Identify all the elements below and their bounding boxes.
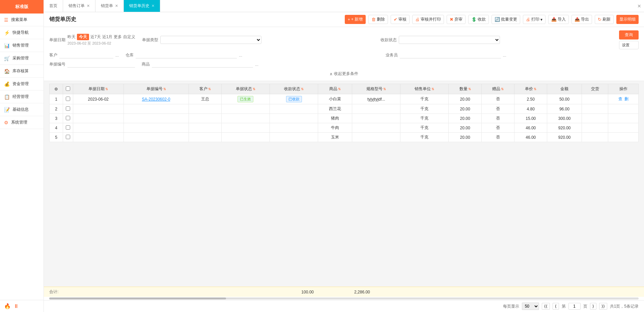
review-button[interactable]: ✔ 审核: [391, 15, 410, 24]
payment-status-sort[interactable]: 收款状态 ⇅: [273, 86, 315, 92]
customer-input[interactable]: [59, 52, 113, 58]
row-checkbox[interactable]: [66, 135, 70, 139]
sales-unit-sort[interactable]: 销售单位 ⇅: [403, 86, 446, 92]
row-actions-cell[interactable]: [608, 133, 639, 142]
date-shortcut-1month[interactable]: 近1月: [102, 34, 113, 40]
sidebar-item-inventory-calc[interactable]: 🏠 库存核算: [0, 65, 44, 78]
row-spec-cell: tyjyjtyjdf...: [352, 94, 400, 104]
row-unit-price-cell: 46.00: [514, 123, 547, 133]
sidebar-item-system-mgmt[interactable]: ⚙ 系统管理: [0, 116, 44, 129]
sidebar-item-quick-nav[interactable]: ⚡ 快捷导航: [0, 26, 44, 39]
prev-page-button[interactable]: ⟨: [553, 303, 559, 310]
row-doc-date-cell: [73, 133, 124, 142]
refresh-button[interactable]: ↻ 刷新: [595, 15, 614, 24]
delete-button[interactable]: 🗑 删除: [368, 15, 388, 24]
refresh-icon: ↻: [598, 17, 601, 22]
doc-type-select[interactable]: [160, 36, 261, 44]
abandon-button[interactable]: ✖ 弃审: [447, 15, 466, 24]
sidebar-item-finance-mgmt[interactable]: 💰 资金管理: [0, 78, 44, 90]
row-checkbox-cell[interactable]: [63, 123, 73, 133]
date-shortcut-custom[interactable]: 自定义: [123, 34, 135, 40]
qty-sort[interactable]: 数量 ⇅: [451, 86, 478, 92]
sidebar-item-basic-info[interactable]: 📝 基础信息: [0, 103, 44, 116]
sidebar-item-sales-mgmt[interactable]: 📊 销售管理: [0, 39, 44, 52]
row-doc-no-cell[interactable]: SA-20230602-0: [123, 94, 189, 104]
review-print-button[interactable]: 🖨 审核并打印: [412, 15, 444, 24]
tab-home[interactable]: 首页: [44, 0, 63, 12]
doc-no-sort-icon: ⇅: [163, 87, 166, 91]
warehouse-ellipsis[interactable]: ...: [239, 53, 242, 58]
row-doc-status-cell: [221, 133, 270, 142]
doc-date-sort[interactable]: 单据日期 ⇅: [76, 86, 121, 92]
row-checkbox-cell[interactable]: [63, 94, 73, 104]
next-page-button[interactable]: ⟩: [590, 303, 596, 310]
date-shortcut-today[interactable]: 今天: [77, 34, 89, 40]
customer-sort[interactable]: 客户 ⇅: [192, 86, 219, 92]
staff-ellipsis[interactable]: ...: [503, 53, 506, 58]
row-actions-cell[interactable]: [608, 114, 639, 123]
date-shortcut-more[interactable]: 更多: [114, 34, 122, 40]
import-button[interactable]: 📥 导入: [548, 15, 569, 24]
row-checkbox[interactable]: [66, 116, 70, 120]
tab-close-all[interactable]: ✕: [637, 3, 644, 9]
sidebar-item-search-menu[interactable]: ☰ 搜索菜单: [0, 14, 44, 26]
doc-no-input[interactable]: [67, 61, 135, 68]
export-button[interactable]: 📤 导出: [571, 15, 592, 24]
settings-button[interactable]: 设置: [619, 41, 639, 49]
goods-sort[interactable]: 商品 ⇅: [321, 86, 349, 92]
warehouse-input[interactable]: [136, 52, 237, 58]
row-checkbox[interactable]: [66, 125, 70, 130]
goods-input[interactable]: [152, 61, 253, 68]
row-checkbox-cell[interactable]: [63, 133, 73, 142]
export-icon: 📤: [575, 17, 580, 22]
scrollbar-thumb[interactable]: [49, 297, 226, 300]
per-page-select[interactable]: 50 10 20 100: [522, 303, 539, 310]
first-page-button[interactable]: ⟨⟨: [542, 303, 550, 310]
payment-status-select[interactable]: [399, 36, 500, 44]
row-checkbox-cell[interactable]: [63, 114, 73, 123]
action-btn-删[interactable]: 删: [624, 96, 628, 102]
customer-ellipsis[interactable]: ...: [115, 53, 119, 58]
row-actions-cell[interactable]: [608, 104, 639, 114]
page-unit: 页: [583, 304, 587, 309]
sidebar-item-purchase-mgmt[interactable]: 🛒 采购管理: [0, 52, 44, 65]
row-checkbox[interactable]: [66, 97, 70, 101]
gift-sort[interactable]: 赠品 ⇅: [484, 86, 511, 92]
row-checkbox[interactable]: [66, 106, 70, 111]
horizontal-scrollbar[interactable]: [49, 297, 639, 300]
doc-no-link[interactable]: SA-20230602-0: [142, 97, 170, 102]
query-button[interactable]: 查询: [619, 30, 639, 40]
last-page-button[interactable]: ⟩⟩: [599, 303, 607, 310]
row-checkbox-cell[interactable]: [63, 104, 73, 114]
spec-sort[interactable]: 规格型号 ⇅: [355, 86, 397, 92]
date-shortcut-yesterday[interactable]: 昨天: [67, 34, 76, 40]
receive-button[interactable]: 💲 收款: [468, 15, 489, 24]
print-button[interactable]: 🖨 打印 ▾: [523, 15, 545, 24]
query-label: 查询: [625, 32, 633, 38]
add-button[interactable]: + + 新增: [345, 15, 366, 24]
batch-change-button[interactable]: 🔄 批量变更: [492, 15, 520, 24]
select-all-checkbox[interactable]: [66, 86, 70, 91]
action-btn-查[interactable]: 查: [618, 96, 622, 102]
goods-ellipsis[interactable]: ...: [255, 62, 258, 67]
unit-price-sort[interactable]: 单价 ⇅: [517, 86, 544, 92]
row-actions-cell[interactable]: 查删: [608, 94, 639, 104]
col-settings[interactable]: ⚙: [50, 84, 63, 94]
doc-no-sort[interactable]: 单据编号 ⇅: [127, 86, 186, 92]
tab-sales-goods-close[interactable]: ✕: [115, 4, 118, 8]
tab-sales-order-close[interactable]: ✕: [87, 4, 90, 8]
date-shortcut-7days[interactable]: 近7天: [90, 34, 101, 40]
sidebar-item-operations-mgmt[interactable]: 📋 经营管理: [0, 90, 44, 103]
show-detail-button[interactable]: 显示明细: [616, 15, 639, 24]
tab-sales-goods[interactable]: 销货单 ✕: [95, 0, 124, 12]
page-number-input[interactable]: [568, 303, 581, 310]
tab-sales-history-close[interactable]: ✕: [151, 4, 155, 8]
staff-input[interactable]: [400, 52, 501, 58]
pause-icon[interactable]: ⏸: [13, 303, 19, 309]
tab-sales-history[interactable]: 销货单历史 ✕: [124, 0, 160, 12]
row-actions-cell[interactable]: [608, 123, 639, 133]
tab-sales-order[interactable]: 销售订单 ✕: [63, 0, 95, 12]
doc-status-sort[interactable]: 单据状态 ⇅: [224, 86, 267, 92]
fire-icon[interactable]: 🔥: [4, 303, 11, 309]
collapse-button[interactable]: ∧ 收起更多条件: [327, 70, 361, 77]
